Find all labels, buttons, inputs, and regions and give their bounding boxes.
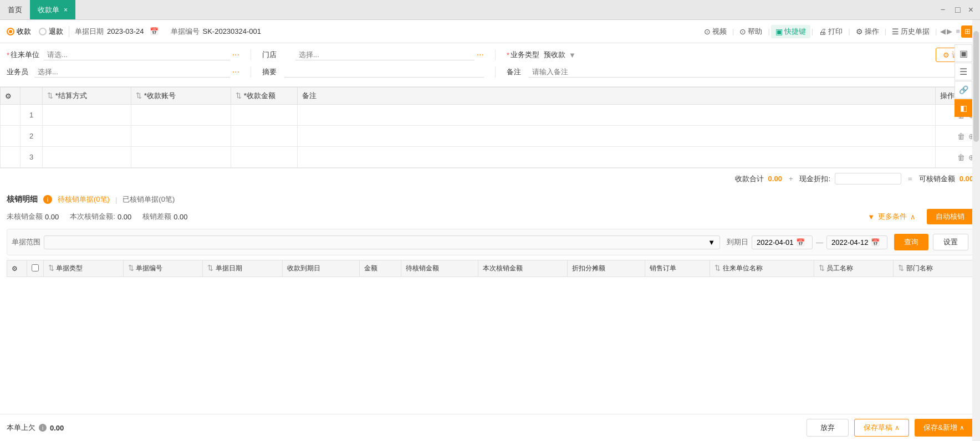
pending-tab-link[interactable]: 待核销单据(0笔) (58, 194, 110, 204)
row-3-num: 3 (21, 147, 43, 168)
video-icon: ⊙ (704, 27, 711, 36)
minimize-button[interactable]: － (938, 4, 947, 16)
counterparty-input[interactable] (44, 49, 230, 60)
sales-order-header: 销售订单 (645, 260, 710, 277)
select-all-checkbox[interactable] (32, 264, 39, 271)
right-panel-btn-3[interactable]: 🔗 (955, 81, 972, 99)
table-gear-header[interactable]: ⚙ (1, 88, 21, 105)
row-2-amount[interactable] (231, 126, 298, 147)
row-3-account[interactable] (131, 147, 231, 168)
row-3-remark[interactable] (298, 147, 936, 168)
bottom-stat-info-icon[interactable]: i (39, 424, 47, 432)
query-button[interactable]: 查询 (894, 234, 928, 250)
cash-discount-input[interactable] (835, 173, 901, 184)
save-new-arrow-icon: ∧ (959, 424, 964, 432)
store-dots-button[interactable]: ··· (477, 50, 484, 59)
row-2-account[interactable] (131, 126, 231, 147)
current-verify-value: 0.00 (118, 213, 131, 221)
store-input[interactable] (295, 49, 474, 60)
date-start-input[interactable]: 2022-04-01 📅 (752, 235, 813, 249)
row-2-remark[interactable] (298, 126, 936, 147)
nav-prev-button[interactable]: ◀ (940, 27, 946, 35)
verification-info-icon[interactable]: i (43, 195, 52, 204)
operation-button[interactable]: ⚙ 操作 (851, 25, 884, 38)
print-label: 打印 (828, 27, 843, 37)
account-header: ⇅ *收款账号 (131, 88, 231, 105)
save-new-button[interactable]: 保存&新增 ∧ (915, 419, 973, 437)
doc-range-select[interactable]: ▼ (44, 235, 720, 249)
more-conditions-button[interactable]: ▼ 更多条件 ∧ (867, 212, 916, 222)
available-value: 0.00 (959, 175, 973, 183)
row-3-delete-icon[interactable]: 🗑 (957, 153, 965, 162)
help-button[interactable]: ⊙ 帮助 (735, 25, 767, 38)
scroll-thumb[interactable] (973, 31, 979, 142)
right-panel-btn-1[interactable]: ▣ (955, 44, 972, 62)
dept-sort-icon: ⇅ (898, 264, 904, 272)
close-button[interactable]: × (968, 5, 973, 15)
nav-next-button[interactable]: ▶ (947, 27, 952, 35)
maximize-button[interactable]: □ (955, 5, 961, 15)
history-button[interactable]: ☰ 历史单据 (887, 25, 934, 38)
history-icon: ☰ (892, 27, 899, 36)
bottom-gear-header[interactable]: ⚙ (7, 260, 27, 277)
save-draft-button[interactable]: 保存草稿 ∧ (854, 419, 909, 437)
staff-input[interactable] (34, 66, 230, 78)
amount-sort-icon: ⇅ (236, 91, 242, 100)
due-date-header: 收款到期日 (283, 260, 360, 277)
unchecked-value: 0.00 (45, 213, 59, 221)
refund-radio[interactable]: 退款 (39, 27, 63, 37)
staff-dots-button[interactable]: ··· (232, 68, 239, 76)
row-1-settlement[interactable] (43, 105, 131, 126)
right-panel-btn-2[interactable]: ☰ (955, 63, 972, 80)
calendar-icon[interactable]: 📅 (150, 27, 159, 35)
date-end-value: 2022-04-12 (831, 238, 869, 247)
row-1-remark[interactable] (298, 105, 936, 126)
table-footer: 收款合计 0.00 + 现金折扣: = 可核销金额 0.00 (0, 168, 980, 189)
tab-receipt[interactable]: 收款单 × (30, 0, 75, 19)
abandon-button[interactable]: 放弃 (807, 419, 849, 437)
settlement-sort-icon: ⇅ (47, 91, 53, 100)
counterparty-sort-icon: ⇅ (714, 264, 721, 272)
summary-input[interactable] (284, 66, 484, 78)
date-end-input[interactable]: 2022-04-12 📅 (826, 235, 887, 249)
receipt-radio-label: 收款 (17, 27, 31, 37)
layout-list-button[interactable]: ≡ (956, 27, 960, 35)
save-new-label: 保存&新增 (923, 423, 957, 433)
layout-card-button[interactable]: ⊞ (961, 25, 973, 38)
bottom-stat-value: 0.00 (50, 424, 64, 432)
counterparty-dots-button[interactable]: ··· (232, 50, 239, 59)
current-verify-stat: 本次核销金额: 0.00 (70, 212, 131, 222)
row-2-delete-icon[interactable]: 🗑 (957, 132, 965, 141)
right-panel-btn-4[interactable]: ◧ (955, 99, 972, 117)
remarks-field: 备注 (507, 66, 973, 78)
auto-verify-button[interactable]: 自动核销 (927, 209, 973, 224)
section-title: 核销明细 i 待核销单据(0笔) | 已核销单据(0笔) (7, 194, 973, 204)
filter-settings-button[interactable]: 设置 (933, 234, 968, 250)
print-button[interactable]: 🖨 打印 (814, 25, 847, 38)
remarks-label: 备注 (507, 67, 529, 77)
calendar-end-icon: 📅 (871, 238, 880, 247)
total-label: 收款合计 (735, 174, 764, 184)
row-1-account[interactable] (131, 105, 231, 126)
done-tab-link[interactable]: 已核销单据(0笔) (122, 194, 175, 204)
section-title-text: 核销明细 (7, 194, 38, 204)
receipt-radio[interactable]: 收款 (7, 27, 31, 37)
tab-close-icon[interactable]: × (64, 6, 68, 14)
remarks-input[interactable] (529, 66, 973, 78)
staff-header: ⇅ 员工名称 (814, 260, 894, 277)
form-row-2: 业务员 ··· 摘要 备注 (7, 66, 973, 78)
help-label: 帮助 (748, 27, 762, 37)
row-2-num: 2 (21, 126, 43, 147)
bottom-bar: 本单上欠 i 0.00 放弃 保存草稿 ∧ 保存&新增 ∧ (0, 414, 980, 441)
row-3-settlement[interactable] (43, 147, 131, 168)
row-2-settlement[interactable] (43, 126, 131, 147)
tab-home[interactable]: 首页 (0, 0, 30, 19)
biz-type-select[interactable]: 预收款 ▼ (544, 50, 576, 60)
row-1-amount[interactable] (231, 105, 298, 126)
row-3-amount[interactable] (231, 147, 298, 168)
video-button[interactable]: ⊙ 视频 (700, 25, 731, 38)
bottom-check-header[interactable] (27, 260, 44, 277)
date-dash: — (816, 238, 823, 247)
staff-field: 业务员 ··· (7, 66, 239, 78)
shortcut-button[interactable]: ▣ 快捷键 (771, 25, 810, 38)
